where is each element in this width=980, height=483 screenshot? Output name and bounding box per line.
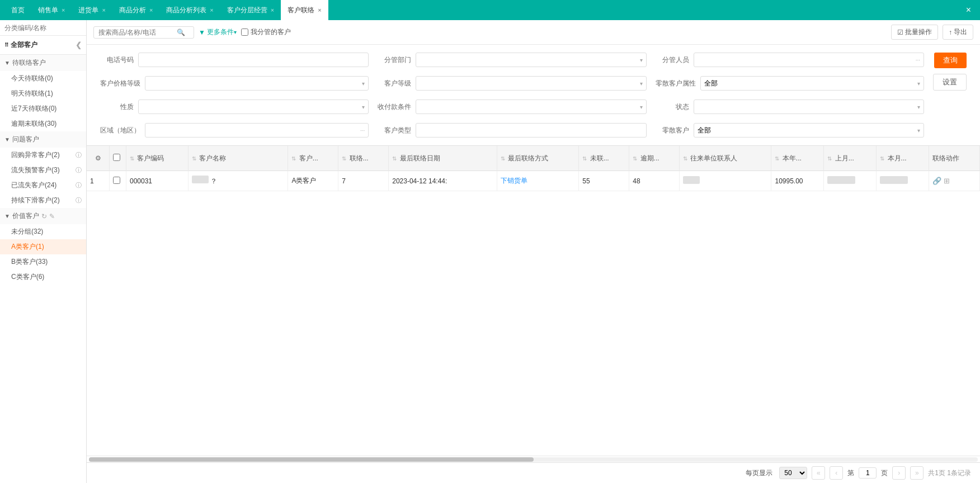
sidebar-item-b-class[interactable]: B类客户(33) (0, 254, 86, 269)
row-name: ？ (188, 171, 288, 191)
sidebar-item-churn-warning[interactable]: 流失预警客户(3) ⓘ (0, 163, 86, 178)
close-all-button[interactable]: × (962, 5, 976, 15)
section-pending-contact[interactable]: ▼ 待联络客户 (0, 55, 86, 71)
last-page-button[interactable]: » (910, 466, 924, 480)
info-icon-1: ⓘ (76, 151, 82, 159)
sort-icon-contact: ⇅ (342, 155, 346, 162)
sidebar-item-a-class[interactable]: A类客户(1) (0, 239, 86, 254)
my-customer-checkbox-container[interactable]: 我分管的客户 (241, 27, 291, 37)
section-value-customers[interactable]: ▼ 价值客户 ↻ ✎ (0, 208, 86, 224)
grid-dots-icon: ⠿ (4, 42, 8, 48)
sort-icon-date: ⇅ (392, 155, 397, 162)
filter-row-1: 电话号码 分管部门 ▾ 分管人员 (96, 50, 929, 69)
query-button[interactable]: 查询 (934, 53, 967, 68)
my-customer-checkbox[interactable] (241, 29, 248, 36)
sidebar-item-7days[interactable]: 近7天待联络(0) (0, 101, 86, 116)
customer-type-select[interactable] (416, 123, 646, 138)
sidebar-item-unclassified[interactable]: 未分组(32) (0, 224, 86, 239)
region-label: 区域（地区） (100, 126, 140, 135)
col-contact-count: ⇅ 联络... (338, 146, 389, 171)
status-label: 状态 (656, 102, 689, 112)
sidebar-item-declining[interactable]: 持续下滑客户(2) ⓘ (0, 193, 86, 208)
more-filter-button[interactable]: ▼ 更多条件 ▾ (199, 27, 237, 37)
contact-person-blurred (683, 176, 700, 184)
retail-attr-select[interactable]: 全部 ▾ (700, 76, 924, 91)
dept-select[interactable]: ▾ (416, 53, 646, 67)
this-month-blurred (880, 176, 908, 184)
next-page-button[interactable]: › (892, 466, 906, 480)
nav-purchase[interactable]: 进货单 × (72, 0, 112, 20)
filter-cell-customer-level: 客户等级 ▾ (373, 74, 651, 93)
col-code: ⇅ 客户编码 (126, 146, 189, 171)
filter-search-icon[interactable]: 🔍 (177, 29, 185, 36)
export-button[interactable]: ↑ 导出 (943, 25, 973, 40)
sidebar-item-today[interactable]: 今天待联络(0) (0, 71, 86, 86)
nav-customer-contact[interactable]: 客户联络 × (281, 0, 328, 20)
price-level-select[interactable]: ▾ (145, 76, 369, 91)
row-contact-count: 7 (338, 171, 389, 191)
phone-label: 电话号码 (100, 55, 134, 65)
filter-cell-person: 分管人员 ··· (651, 50, 929, 69)
sidebar-item-churned[interactable]: 已流失客户(24) ⓘ (0, 178, 86, 193)
batch-op-button[interactable]: ☑ 批量操作 (891, 25, 938, 40)
setting-button[interactable]: 设置 (933, 74, 967, 91)
sort-icon-this-month: ⇅ (880, 155, 884, 162)
phone-input[interactable] (138, 53, 369, 67)
first-page-button[interactable]: « (812, 466, 825, 480)
nav-product-analysis-list[interactable]: 商品分析列表 × (159, 0, 220, 20)
action-grid-icon[interactable]: ⊞ (944, 177, 950, 185)
scrollbar-thumb[interactable] (89, 457, 534, 462)
close-product-analysis-icon[interactable]: × (149, 7, 153, 13)
nav-home[interactable]: 首页 (4, 0, 31, 20)
person-select[interactable]: ··· (694, 53, 924, 67)
row-contact-person (680, 171, 771, 191)
sidebar-item-tomorrow[interactable]: 明天待联络(1) (0, 86, 86, 101)
sidebar-item-repurchase-abnormal[interactable]: 回购异常客户(2) ⓘ (0, 148, 86, 163)
prev-page-button[interactable]: ‹ (830, 466, 843, 480)
section-problem-customers[interactable]: ▼ 问题客户 (0, 131, 86, 148)
close-customer-contact-icon[interactable]: × (318, 7, 321, 13)
nav-customer-segment[interactable]: 客户分层经营 × (220, 0, 281, 20)
triangle-down-icon: ▼ (4, 60, 10, 66)
info-icon-2: ⓘ (76, 166, 82, 174)
per-page-select[interactable]: 50 100 200 (779, 467, 807, 479)
payment-label: 收付款条件 (378, 102, 411, 112)
filter-search-input[interactable] (98, 29, 177, 36)
region-select[interactable]: ··· (145, 123, 369, 138)
sidebar-search-input[interactable] (4, 24, 87, 32)
sidebar-item-overdue[interactable]: 逾期未联络(30) (0, 116, 86, 131)
payment-select[interactable]: ▾ (416, 100, 646, 114)
sidebar-collapse-icon[interactable]: ❮ (76, 41, 82, 49)
close-sales-icon[interactable]: × (62, 7, 65, 13)
info-icon-4: ⓘ (76, 196, 82, 205)
filter-cell-customer-type: 客户类型 (373, 121, 651, 140)
edit-icon[interactable]: ✎ (49, 212, 55, 220)
row-last-month (824, 171, 877, 191)
triangle-down-icon-2: ▼ (4, 136, 10, 143)
main-layout: 🔍 ⠿ 全部客户 ❮ ▼ 待联络客户 今天待联络(0) 明天待联络(1) 近7天… (0, 20, 980, 483)
customer-level-select[interactable]: ▾ (416, 76, 646, 91)
sort-icon-year: ⇅ (775, 155, 779, 162)
page-input[interactable] (859, 467, 877, 479)
table-settings-icon[interactable]: ⚙ (90, 150, 106, 166)
col-customer-type: ⇅ 客户... (288, 146, 338, 171)
close-purchase-icon[interactable]: × (102, 7, 105, 13)
nav-product-analysis[interactable]: 商品分析 × (112, 0, 159, 20)
close-customer-segment-icon[interactable]: × (271, 7, 274, 13)
filter-cell-nature: 性质 ▾ (96, 97, 373, 116)
action-link-icon[interactable]: 🔗 (932, 177, 941, 185)
table-wrapper: ⚙ ⇅ 客户编码 ⇅ 客户名称 (87, 146, 980, 456)
refresh-icon[interactable]: ↻ (41, 212, 47, 220)
status-select[interactable]: ▾ (694, 100, 924, 114)
nature-select[interactable]: ▾ (138, 100, 369, 114)
row-select-checkbox[interactable] (113, 177, 120, 184)
retail-select[interactable]: 全部 ▾ (694, 123, 924, 138)
select-all-checkbox[interactable] (113, 154, 120, 161)
sidebar-item-c-class[interactable]: C类客户(6) (0, 269, 86, 285)
contact-method-link[interactable]: 下销货单 (501, 177, 527, 184)
close-product-analysis-list-icon[interactable]: × (210, 7, 213, 13)
customer-level-label: 客户等级 (378, 79, 411, 88)
filter-cell-retail: 零散客户 全部 ▾ (651, 121, 929, 140)
chevron-down-icon: ▾ (234, 29, 237, 35)
nav-sales[interactable]: 销售单 × (31, 0, 72, 20)
